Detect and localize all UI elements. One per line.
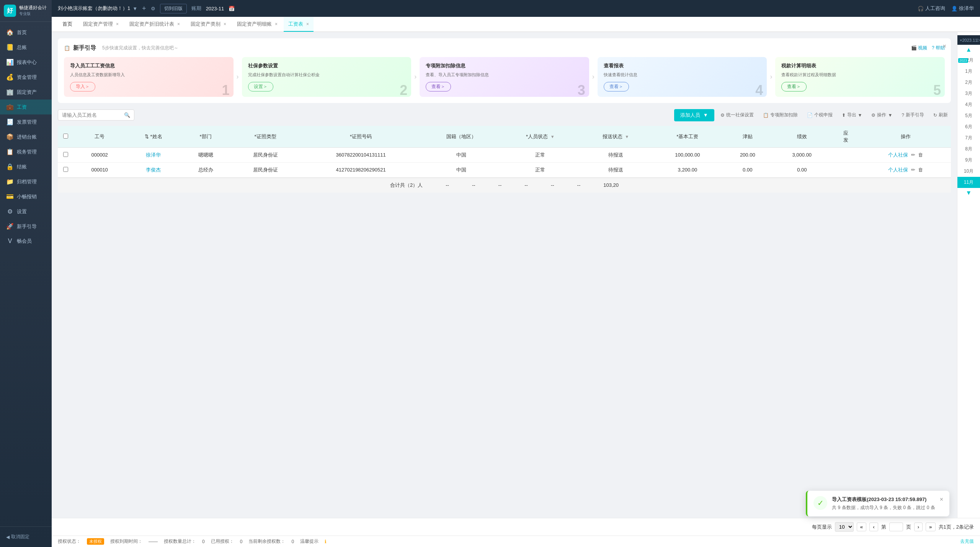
sidebar-item-member[interactable]: V 畅会员 — [0, 234, 52, 248]
tax-report-btn[interactable]: 📄 个税申报 — [804, 110, 836, 120]
row2-submit-status: 待报送 — [579, 162, 653, 177]
account-dropdown-icon[interactable]: ▼ — [132, 6, 137, 11]
sidebar-item-guide[interactable]: 🚀 新手引导 — [0, 219, 52, 234]
month-item-12-2023[interactable]: 2023 12月 — [957, 55, 980, 66]
guide-btn[interactable]: ? 新手引导 — [898, 110, 927, 120]
wizard-step-1-btn[interactable]: 导入＞ — [70, 82, 95, 91]
add-employee-btn[interactable]: 添加人员 ▼ — [674, 109, 714, 121]
row2-name-link[interactable]: 李俊杰 — [146, 167, 161, 173]
month-item-7[interactable]: 7月 — [957, 132, 980, 144]
per-page-select[interactable]: 10 20 50 — [835, 522, 854, 532]
first-page-btn[interactable]: « — [857, 523, 866, 531]
wizard-step-2-btn[interactable]: 设置＞ — [248, 82, 273, 91]
toast-close-btn[interactable]: × — [940, 496, 943, 503]
calendar-icon[interactable]: 📅 — [229, 6, 235, 11]
month-nav-up[interactable]: ▲ — [964, 45, 973, 55]
tab-fixed-assets[interactable]: 固定资产管理 × — [78, 17, 123, 32]
row1-social-insurance-link[interactable]: 个人社保 — [888, 152, 908, 158]
table-header-row: 工号 ⇅ *姓名 *部门 *证照类型 *证照号码 国籍（地区） *人员状态 ▼ — [58, 126, 951, 148]
prev-page-btn[interactable]: ‹ — [869, 523, 878, 531]
add-account-icon[interactable]: + — [142, 5, 146, 13]
month-item-9[interactable]: 9月 — [957, 155, 980, 166]
operations-btn[interactable]: ⚙ 操作 ▼ — [868, 110, 895, 120]
wizard-close-btn[interactable]: × — [943, 43, 946, 50]
total-records: 共1页，2条记录 — [939, 524, 974, 531]
tab-fixed-detail-close[interactable]: × — [275, 21, 278, 27]
sidebar-item-label-reports: 报表中心 — [17, 59, 37, 66]
sidebar-item-payroll[interactable]: 💼 工资 — [0, 100, 52, 114]
social-insurance-btn[interactable]: ⚙ 统一社保设置 — [717, 110, 757, 120]
cancel-fixed-btn[interactable]: ◀ 取消固定 — [0, 531, 52, 543]
sidebar-item-ledger[interactable]: 📒 总账 — [0, 40, 52, 55]
tab-fixed-category-close[interactable]: × — [224, 21, 226, 27]
user-profile-btn[interactable]: 👤 徐泽华 — [951, 5, 974, 12]
switch-version-btn[interactable]: 切到旧版 — [160, 4, 187, 13]
panel-expand-icon[interactable]: ▷ — [977, 38, 980, 42]
month-item-3[interactable]: 3月 — [957, 88, 980, 99]
sidebar-item-home[interactable]: 🏠 首页 — [0, 25, 52, 40]
month-item-6[interactable]: 6月 — [957, 121, 980, 132]
sidebar-item-expense[interactable]: 💳 小畅报销 — [0, 189, 52, 204]
export-btn[interactable]: ⬆ 导出 ▼ — [839, 110, 866, 120]
customer-service-btn[interactable]: 🎧 人工咨询 — [918, 5, 945, 12]
month-7-label: 7月 — [965, 135, 972, 141]
wizard-step-5-btn[interactable]: 查看＞ — [781, 82, 807, 91]
select-all-checkbox[interactable] — [63, 134, 68, 139]
tab-payroll-close[interactable]: × — [306, 21, 309, 27]
month-item-1[interactable]: 1月 — [957, 66, 980, 77]
month-item-11[interactable]: 11月 — [957, 177, 980, 188]
page-input[interactable]: 1 — [889, 523, 903, 531]
tab-fixed-category[interactable]: 固定资产类别 × — [186, 17, 231, 32]
status-filter-icon[interactable]: ▼ — [550, 134, 555, 139]
sidebar-item-funds[interactable]: 💰 资金管理 — [0, 70, 52, 85]
recharge-link[interactable]: 去充值 — [960, 538, 974, 545]
row2-social-insurance-link[interactable]: 个人社保 — [888, 167, 908, 173]
sidebar-item-label-fixed-assets: 固定资产 — [17, 89, 37, 96]
video-link[interactable]: 🎬 视频 — [911, 45, 927, 51]
month-item-4[interactable]: 4月 — [957, 99, 980, 110]
sidebar-item-closing[interactable]: 🔒 结账 — [0, 159, 52, 174]
sidebar-item-archive[interactable]: 📁 归档管理 — [0, 174, 52, 189]
refresh-btn[interactable]: ↻ 刷新 — [930, 110, 951, 120]
col-emp-id: 工号 — [73, 126, 126, 148]
row1-name-link[interactable]: 徐泽华 — [146, 152, 161, 158]
row1-checkbox[interactable] — [63, 152, 68, 157]
tax-icon: 📋 — [6, 148, 14, 155]
next-page-btn[interactable]: › — [914, 523, 923, 531]
search-icon: 🔍 — [124, 112, 130, 118]
sidebar-item-invoice[interactable]: 🧾 发票管理 — [0, 114, 52, 129]
sidebar-item-tax[interactable]: 📋 税务管理 — [0, 144, 52, 159]
sidebar-item-settings[interactable]: ⚙ 设置 — [0, 204, 52, 219]
sidebar-item-reports[interactable]: 📊 报表中心 — [0, 55, 52, 70]
tab-payroll[interactable]: 工资表 × — [284, 17, 314, 32]
wizard-step-4-btn[interactable]: 查看＞ — [604, 82, 629, 91]
row1-edit-icon[interactable]: ✏ — [911, 152, 915, 158]
row2-checkbox[interactable] — [63, 167, 68, 172]
wizard-title-icon: 📋 — [64, 45, 70, 51]
settings-gear-icon[interactable]: ⚙ — [151, 6, 155, 11]
row2-edit-icon[interactable]: ✏ — [911, 167, 915, 173]
tab-fixed-depreciation-close[interactable]: × — [177, 21, 180, 27]
month-item-5[interactable]: 5月 — [957, 110, 980, 121]
wizard-step-3-btn[interactable]: 查看＞ — [426, 82, 451, 91]
tab-home[interactable]: 首页 — [58, 17, 77, 32]
sidebar-item-fixed-assets[interactable]: 🏢 固定资产 — [0, 85, 52, 100]
tab-fixed-depreciation-label: 固定资产折旧统计表 — [129, 21, 174, 28]
sidebar-item-label-expense: 小畅报销 — [17, 193, 37, 200]
wizard-guide: 📋 新手引导 5步快速完成设置，快去完善信息吧～ 🎬 视频 ? 帮助 导入员工工… — [58, 38, 951, 103]
last-page-btn[interactable]: » — [926, 523, 935, 531]
tab-fixed-detail[interactable]: 固定资产明细账 × — [232, 17, 282, 32]
month-item-2[interactable]: 2月 — [957, 77, 980, 88]
step-arrow-1: › — [235, 57, 240, 97]
row2-delete-icon[interactable]: 🗑 — [918, 167, 923, 173]
special-deduct-btn[interactable]: 📋 专项附加扣除 — [760, 110, 801, 120]
search-input[interactable] — [62, 112, 122, 118]
row1-delete-icon[interactable]: 🗑 — [918, 152, 923, 158]
tab-fixed-depreciation[interactable]: 固定资产折旧统计表 × — [125, 17, 185, 32]
submit-status-filter-icon[interactable]: ▼ — [625, 134, 629, 139]
month-nav-down[interactable]: ▼ — [964, 188, 973, 198]
month-item-10[interactable]: 10月 — [957, 166, 980, 177]
sidebar-item-inventory[interactable]: 📦 进销台账 — [0, 129, 52, 144]
month-item-8[interactable]: 8月 — [957, 144, 980, 155]
tab-fixed-assets-close[interactable]: × — [116, 21, 119, 27]
